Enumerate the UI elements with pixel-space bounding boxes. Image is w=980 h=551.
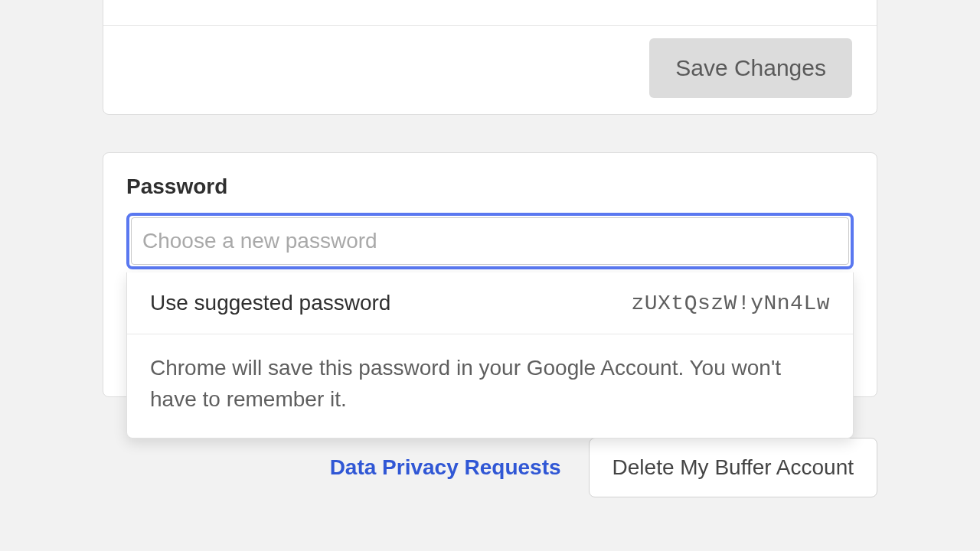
password-input[interactable] [131,217,849,265]
card-footer: Save Changes [103,26,877,113]
password-input-focus-ring [126,213,854,269]
save-changes-button[interactable]: Save Changes [649,38,852,98]
password-suggestion-dropdown: Use suggested password zUXtQszW!yNn4Lw C… [126,272,854,439]
data-privacy-requests-link[interactable]: Data Privacy Requests [325,438,566,497]
use-suggested-password-row[interactable]: Use suggested password zUXtQszW!yNn4Lw [127,272,853,334]
password-label: Password [126,174,854,199]
settings-card-upper: Save Changes [103,0,877,115]
suggested-password-value: zUXtQszW!yNn4Lw [631,292,830,315]
delete-account-button[interactable]: Delete My Buffer Account [589,438,877,497]
suggestion-label: Use suggested password [150,291,390,315]
account-footer-actions: Data Privacy Requests Delete My Buffer A… [103,438,877,497]
suggestion-description: Chrome will save this password in your G… [127,334,853,438]
